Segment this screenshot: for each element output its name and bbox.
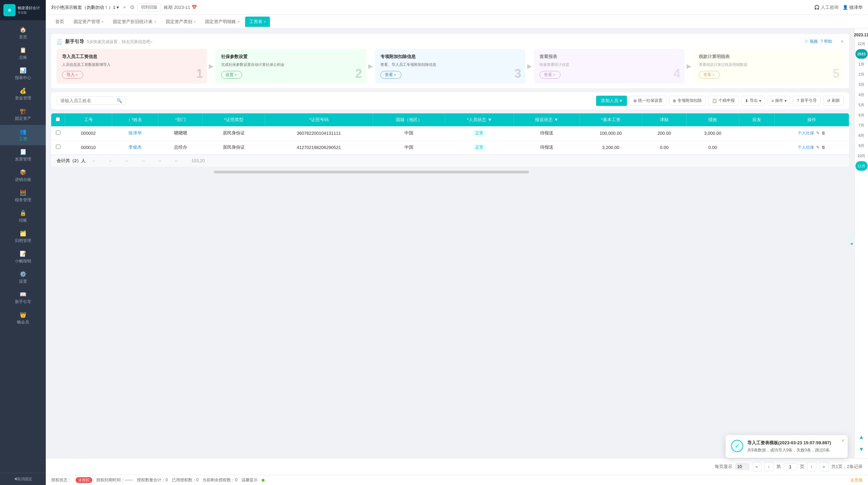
personal-insurance-link[interactable]: 个人社保 bbox=[798, 145, 814, 150]
version-switch-button[interactable]: 切到旧版 bbox=[137, 3, 161, 12]
ai-consult-button[interactable]: 🎧 人工咨询 bbox=[814, 4, 839, 11]
col-name[interactable]: ↕ *姓名 bbox=[112, 113, 158, 126]
panel-up-icon[interactable]: ▲ bbox=[857, 432, 866, 442]
row-checkbox[interactable] bbox=[51, 140, 65, 154]
sidebar-item-report[interactable]: 📊 报表中心 bbox=[0, 64, 46, 84]
calendar-month-3[interactable]: 3月 bbox=[855, 80, 868, 89]
calendar-month-4[interactable]: 4月 bbox=[855, 90, 868, 99]
select-all-checkbox[interactable] bbox=[56, 117, 60, 122]
col-nationality: 国籍（地区） bbox=[373, 113, 445, 126]
tab-asset-ledger[interactable]: 固定资产明细账 × bbox=[201, 17, 243, 27]
next-page-button[interactable]: › bbox=[807, 462, 816, 471]
tab-fixed-assets[interactable]: 固定资产管理 × bbox=[70, 17, 107, 27]
account-name[interactable]: 刘小艳演示账套（勿删勿动！）1 ▾ bbox=[51, 4, 119, 11]
calendar-month-1[interactable]: 1月 bbox=[855, 59, 868, 69]
add-account-icon[interactable]: ＋ bbox=[122, 4, 127, 11]
col-status[interactable]: *人员状态 ▼ bbox=[445, 113, 514, 126]
sidebar-item-expense[interactable]: 📝 小畅报销 bbox=[0, 247, 46, 267]
sidebar-item-ledger[interactable]: 📋 总账 bbox=[0, 43, 46, 64]
step-view-report-button[interactable]: 查看＞ bbox=[539, 71, 560, 79]
step-setup-button[interactable]: 设置＞ bbox=[221, 71, 242, 79]
edit-icon[interactable]: ✎ bbox=[816, 131, 820, 135]
row-checkbox[interactable] bbox=[51, 126, 65, 141]
edit-icon[interactable]: ✎ bbox=[816, 145, 820, 150]
tab-payroll[interactable]: 工资表 × bbox=[245, 17, 270, 27]
calendar-month-11-current[interactable]: 11月 bbox=[855, 161, 868, 171]
row-select-checkbox[interactable] bbox=[56, 130, 60, 135]
new-guide-button[interactable]: ? 新手引导 bbox=[793, 96, 821, 106]
row-select-checkbox[interactable] bbox=[56, 145, 60, 149]
tab-close-icon[interactable]: × bbox=[264, 20, 266, 24]
sidebar-item-settings[interactable]: ⚙️ 设置 bbox=[0, 267, 46, 288]
calendar-month-9[interactable]: 9月 bbox=[855, 141, 868, 150]
calendar-month-6[interactable]: 6月 bbox=[855, 110, 868, 120]
user-profile[interactable]: 👤 徐泽华 bbox=[843, 4, 863, 11]
employee-id-type: 居民身份证 bbox=[202, 140, 265, 154]
video-link[interactable]: ▷ 视频 bbox=[805, 39, 818, 44]
sidebar-item-assets[interactable]: 🏗️ 固定资产 bbox=[0, 105, 46, 125]
sidebar-item-member[interactable]: 👑 畅会员 bbox=[0, 308, 46, 329]
personal-insurance-link[interactable]: 个人社保 bbox=[798, 130, 814, 136]
export-button[interactable]: ⬇ 导出 ▾ bbox=[741, 96, 765, 106]
page-number-input[interactable] bbox=[784, 463, 797, 470]
delete-icon[interactable]: 🗑 bbox=[822, 145, 826, 150]
footer-cell: -- bbox=[92, 158, 95, 163]
sidebar-item-newguide[interactable]: 📖 新手引导 bbox=[0, 288, 46, 308]
refresh-button[interactable]: ↺ 刷新 bbox=[823, 96, 844, 106]
sidebar-item-inventory[interactable]: 📦 进销台账 bbox=[0, 166, 46, 186]
tab-depreciation[interactable]: 固定资产折旧统计表 × bbox=[109, 17, 160, 27]
toast-desc: 共9条数据，成功导入9条，失败0条，跳过0条 bbox=[747, 447, 842, 453]
select-all-header[interactable] bbox=[51, 113, 65, 126]
settings-account-icon[interactable]: ⚙ bbox=[130, 4, 135, 11]
delete-icon[interactable]: 🗑 bbox=[822, 131, 826, 135]
unified-insurance-button[interactable]: ⊕ 统一社保设置 bbox=[630, 96, 666, 106]
calendar-month-12[interactable]: 12月 bbox=[855, 39, 868, 49]
calendar-icon[interactable]: 📅 bbox=[192, 5, 197, 10]
calendar-year-2023[interactable]: 2023 bbox=[855, 49, 868, 59]
employee-name-link[interactable]: 徐泽华 bbox=[129, 130, 142, 135]
guide-close-button[interactable]: × bbox=[841, 39, 844, 44]
special-deduction-button[interactable]: ⊕ 专项附加扣除 bbox=[669, 96, 706, 106]
tab-asset-category[interactable]: 固定资产类别 × bbox=[162, 17, 200, 27]
sidebar-item-payroll[interactable]: 👥 工资 bbox=[0, 125, 46, 145]
cancel-fixed-button[interactable]: ◀取消固定 bbox=[3, 477, 42, 482]
operation-button[interactable]: ≡ 操作 ▾ bbox=[768, 96, 790, 106]
tab-close-icon[interactable]: × bbox=[101, 20, 103, 24]
last-page-button[interactable]: » bbox=[819, 462, 829, 471]
page-size-select[interactable]: 10 20 50 bbox=[735, 463, 749, 470]
toast-close-button[interactable]: × bbox=[842, 438, 844, 443]
tab-close-icon[interactable]: × bbox=[237, 20, 239, 24]
tab-close-icon[interactable]: × bbox=[194, 20, 196, 24]
col-report-status[interactable]: 报送状态 ▼ bbox=[514, 113, 579, 126]
horizontal-scrollbar[interactable] bbox=[57, 171, 844, 173]
calendar-month-2[interactable]: 2月 bbox=[855, 70, 868, 79]
search-icon[interactable]: 🔍 bbox=[117, 98, 122, 103]
sidebar-item-home[interactable]: 🏠 首页 bbox=[0, 23, 46, 43]
tax-report-button[interactable]: 📋 个税申报 bbox=[708, 96, 738, 106]
sidebar-item-tax[interactable]: 🧮 税务管理 bbox=[0, 186, 46, 206]
step-import-button[interactable]: 导入＞ bbox=[62, 71, 83, 79]
panel-down-icon[interactable]: ▼ bbox=[857, 445, 866, 454]
step-view-button[interactable]: 查看＞ bbox=[380, 71, 401, 79]
help-link[interactable]: ? 帮助 bbox=[821, 39, 832, 44]
search-input[interactable] bbox=[60, 98, 115, 103]
calendar-month-8[interactable]: 8月 bbox=[855, 131, 868, 140]
calendar-month-5[interactable]: 5月 bbox=[855, 100, 868, 110]
col-id[interactable]: 工号 bbox=[65, 113, 112, 126]
employee-name-link[interactable]: 李俊杰 bbox=[129, 145, 142, 150]
calendar-month-7[interactable]: 7月 bbox=[855, 120, 868, 130]
prev-page-button[interactable]: ‹ bbox=[764, 462, 774, 471]
tab-home[interactable]: 首页 bbox=[51, 17, 68, 27]
toolbar: 🔍 添加人员 ▾ ⊕ 统一社保设置 ⊕ 专项附加扣除 📋 个税申报 bbox=[51, 92, 849, 109]
add-person-button[interactable]: 添加人员 ▾ bbox=[596, 96, 627, 106]
panel-toggle-button[interactable]: ◀ bbox=[848, 237, 855, 250]
sidebar-item-close[interactable]: 🔒 结账 bbox=[0, 206, 46, 227]
sidebar-item-invoice[interactable]: 🧾 发票管理 bbox=[0, 145, 46, 166]
step-view-tax-button[interactable]: 查看＞ bbox=[699, 71, 720, 79]
first-page-button[interactable]: « bbox=[752, 462, 762, 471]
charge-link[interactable]: 去充值 bbox=[850, 477, 863, 483]
calendar-month-10[interactable]: 10月 bbox=[855, 151, 868, 161]
tab-close-icon[interactable]: × bbox=[154, 20, 156, 24]
sidebar-item-archive[interactable]: 🗂️ 归档管理 bbox=[0, 227, 46, 247]
sidebar-item-funds[interactable]: 💰 资金管理 bbox=[0, 84, 46, 105]
